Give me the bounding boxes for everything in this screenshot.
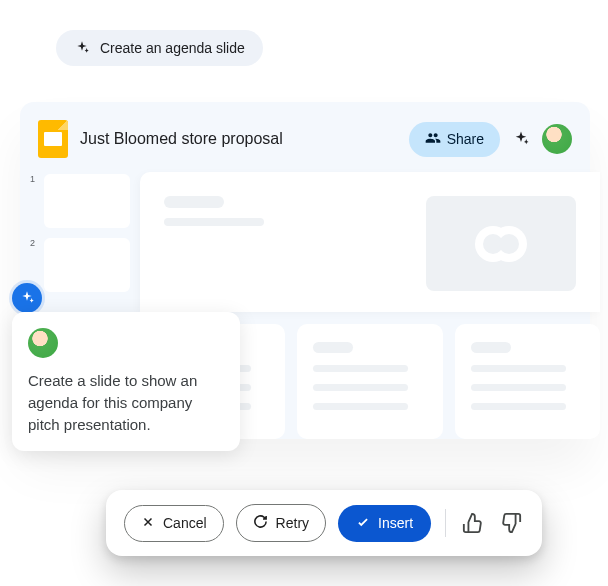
- slide-number: 1: [30, 174, 38, 228]
- prompt-text: Create a slide to show an agenda for thi…: [28, 370, 224, 435]
- slide-thumbnail[interactable]: [44, 238, 130, 292]
- main-slide-preview: [140, 172, 600, 312]
- content-card: [297, 324, 442, 439]
- refresh-icon: [253, 514, 268, 532]
- ai-sparkle-badge[interactable]: [12, 283, 42, 313]
- thumbs-up-button[interactable]: [460, 510, 486, 536]
- people-icon: [425, 130, 441, 149]
- placeholder-line: [471, 365, 566, 372]
- suggestion-chip-label: Create an agenda slide: [100, 40, 245, 56]
- slide-image-placeholder: [426, 196, 576, 291]
- close-icon: [141, 515, 155, 532]
- thumbs-down-button[interactable]: [498, 510, 524, 536]
- insert-button-label: Insert: [378, 515, 413, 531]
- retry-button-label: Retry: [276, 515, 309, 531]
- action-bar: Cancel Retry Insert: [106, 490, 542, 556]
- cancel-button[interactable]: Cancel: [124, 505, 224, 542]
- placeholder-line: [313, 403, 408, 410]
- divider: [445, 509, 446, 537]
- prompt-popover: Create a slide to show an agenda for thi…: [12, 312, 240, 451]
- slide-thumbnail-row[interactable]: 1: [30, 174, 130, 228]
- ai-sparkle-button[interactable]: [512, 130, 530, 148]
- suggestion-chip[interactable]: Create an agenda slide: [56, 30, 263, 66]
- sparkle-icon: [74, 40, 90, 56]
- slide-text-placeholder: [164, 196, 264, 288]
- insert-button[interactable]: Insert: [338, 505, 431, 542]
- content-card: [455, 324, 600, 439]
- slide-thumbnail[interactable]: [44, 174, 130, 228]
- share-button[interactable]: Share: [409, 122, 500, 157]
- placeholder-line: [164, 196, 224, 208]
- user-avatar: [28, 328, 58, 358]
- cancel-button-label: Cancel: [163, 515, 207, 531]
- slide-thumbnail-row[interactable]: 2: [30, 238, 130, 292]
- placeholder-line: [471, 403, 566, 410]
- retry-button[interactable]: Retry: [236, 504, 326, 542]
- check-icon: [356, 515, 370, 532]
- placeholder-line: [313, 384, 408, 391]
- placeholder-line: [471, 384, 566, 391]
- placeholder-line: [471, 342, 511, 353]
- placeholder-line: [313, 365, 408, 372]
- slides-logo-icon: [38, 120, 68, 158]
- user-avatar[interactable]: [542, 124, 572, 154]
- app-header: Just Bloomed store proposal Share: [20, 120, 590, 172]
- share-button-label: Share: [447, 131, 484, 147]
- svg-point-3: [499, 234, 519, 254]
- placeholder-line: [164, 218, 264, 226]
- placeholder-line: [313, 342, 353, 353]
- document-title[interactable]: Just Bloomed store proposal: [80, 130, 397, 148]
